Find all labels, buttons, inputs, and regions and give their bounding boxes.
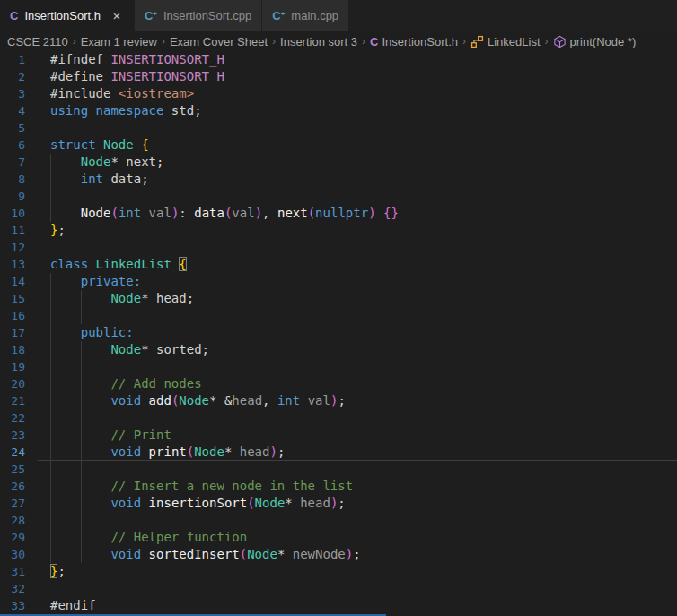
line-number[interactable]: 16	[0, 307, 25, 324]
code-line-33[interactable]: 33#endif	[0, 597, 677, 614]
code-line-14[interactable]: 14 private:	[0, 273, 677, 290]
line-number[interactable]: 6	[0, 136, 25, 154]
line-number[interactable]: 3	[0, 85, 25, 102]
token: )	[269, 444, 277, 459]
line-number[interactable]: 27	[0, 495, 25, 512]
line-number[interactable]: 28	[0, 512, 25, 529]
line-number[interactable]: 19	[0, 358, 25, 375]
code-line-8[interactable]: 8 int data;	[0, 171, 677, 188]
line-number[interactable]: 21	[0, 392, 25, 409]
line-number[interactable]: 30	[0, 546, 25, 563]
code-line-19[interactable]: 19	[0, 358, 677, 375]
code-line-11[interactable]: 11};	[0, 222, 677, 239]
token	[50, 154, 81, 169]
method-symbol-icon	[553, 35, 567, 48]
line-number[interactable]: 4	[0, 102, 25, 119]
line-number[interactable]: 2	[0, 68, 25, 85]
breadcrumb-separator: ›	[73, 35, 76, 48]
line-number[interactable]: 12	[0, 239, 25, 256]
code-line-30[interactable]: 30 void sortedInsert(Node* newNode);	[0, 546, 677, 563]
breadcrumb-item-insertion-sort-3[interactable]: Insertion sort 3	[280, 35, 357, 48]
token	[50, 547, 110, 561]
code-line-6[interactable]: 6struct Node {	[0, 136, 677, 154]
token: * sorted;	[141, 342, 209, 356]
token: val	[308, 393, 330, 408]
line-number[interactable]: 9	[0, 188, 25, 205]
line-number[interactable]: 29	[0, 529, 25, 546]
line-number[interactable]: 8	[0, 171, 25, 188]
breadcrumb-item-exam-1-review[interactable]: Exam 1 review	[81, 35, 157, 48]
code-line-10[interactable]: 10 Node(int val): data(val), next(nullpt…	[0, 205, 677, 222]
code-editor[interactable]: 1#ifndef INSERTIONSORT_H2#define INSERTI…	[0, 51, 677, 614]
line-number[interactable]: 25	[0, 461, 25, 478]
token: public:	[81, 325, 134, 339]
tab-insertionsort-cpp[interactable]: C+InsertionSort.cpp	[135, 0, 261, 31]
line-number[interactable]: 17	[0, 324, 25, 341]
code-line-22[interactable]: 22	[0, 409, 677, 427]
code-line-1[interactable]: 1#ifndef INSERTIONSORT_H	[0, 51, 677, 68]
token: Node	[179, 393, 209, 408]
token: head	[232, 393, 262, 408]
line-number[interactable]: 1	[0, 51, 25, 68]
line-number[interactable]: 33	[0, 597, 25, 614]
token: val	[232, 206, 254, 220]
code-line-5[interactable]: 5	[0, 119, 677, 136]
breadcrumb-item-linkedlist[interactable]: LinkedList	[470, 35, 541, 48]
breadcrumb-item-insertionsort-h[interactable]: CInsertionSort.h	[370, 35, 458, 48]
tab-label: InsertionSort.h	[24, 9, 101, 22]
breadcrumb-item-csce-2110[interactable]: CSCE 2110	[7, 35, 68, 48]
code-line-12[interactable]: 12	[0, 239, 677, 256]
code-line-4[interactable]: 4using namespace std;	[0, 102, 677, 119]
breadcrumb-item-print-node-[interactable]: print(Node *)	[553, 35, 637, 48]
line-number[interactable]: 11	[0, 222, 25, 239]
line-number[interactable]: 20	[0, 375, 25, 392]
line-number[interactable]: 5	[0, 119, 25, 136]
code-line-9[interactable]: 9	[0, 188, 677, 205]
code-line-7[interactable]: 7 Node* next;	[0, 154, 677, 171]
code-line-24[interactable]: 24 void print(Node* head);	[0, 444, 677, 461]
line-number[interactable]: 22	[0, 409, 25, 427]
code-line-15[interactable]: 15 Node* head;	[0, 290, 677, 307]
code-line-28[interactable]: 28	[0, 512, 677, 529]
close-icon[interactable]: ×	[110, 9, 124, 22]
line-number[interactable]: 18	[0, 341, 25, 358]
code-line-17[interactable]: 17 public:	[0, 324, 677, 341]
code-line-13[interactable]: 13class LinkedList {	[0, 256, 677, 273]
token: std;	[163, 103, 201, 118]
line-number[interactable]: 15	[0, 290, 25, 307]
code-line-26[interactable]: 26 // Insert a new node in the list	[0, 478, 677, 495]
line-number[interactable]: 14	[0, 273, 25, 290]
token: )	[255, 206, 262, 220]
line-number[interactable]: 7	[0, 154, 25, 171]
line-number[interactable]: 26	[0, 478, 25, 495]
breadcrumb-item-exam-cover-sheet[interactable]: Exam Cover Sheet	[170, 35, 268, 48]
line-number[interactable]: 10	[0, 205, 25, 222]
code-line-31[interactable]: 31};	[0, 563, 677, 580]
tab-main-cpp[interactable]: C+main.cpp	[262, 0, 348, 31]
token: {	[141, 137, 148, 152]
token: Node	[81, 206, 111, 220]
tab-insertionsort-h[interactable]: CInsertionSort.h×	[0, 0, 134, 31]
code-line-18[interactable]: 18 Node* sorted;	[0, 341, 677, 358]
code-text: #ifndef INSERTIONSORT_H	[50, 51, 224, 68]
line-number[interactable]: 13	[0, 256, 25, 273]
line-number[interactable]: 31	[0, 563, 25, 580]
code-line-20[interactable]: 20 // Add nodes	[0, 375, 677, 392]
code-text: public:	[50, 324, 134, 341]
token: {	[179, 257, 186, 271]
code-line-21[interactable]: 21 void add(Node* &head, int val);	[0, 392, 677, 409]
code-line-27[interactable]: 27 void insertionSort(Node* head);	[0, 495, 677, 512]
line-number[interactable]: 24	[0, 444, 25, 461]
code-line-32[interactable]: 32	[0, 580, 677, 597]
code-line-2[interactable]: 2#define INSERTIONSORT_H	[0, 68, 677, 85]
code-line-29[interactable]: 29 // Helper function	[0, 529, 677, 546]
code-line-16[interactable]: 16	[0, 307, 677, 324]
token: (	[308, 206, 315, 220]
line-number[interactable]: 32	[0, 580, 25, 597]
code-line-3[interactable]: 3#include <iostream>	[0, 85, 677, 102]
code-line-25[interactable]: 25	[0, 461, 677, 478]
line-number[interactable]: 23	[0, 427, 25, 444]
token: Node	[110, 342, 141, 356]
token: head	[240, 444, 270, 459]
code-line-23[interactable]: 23 // Print	[0, 427, 677, 444]
